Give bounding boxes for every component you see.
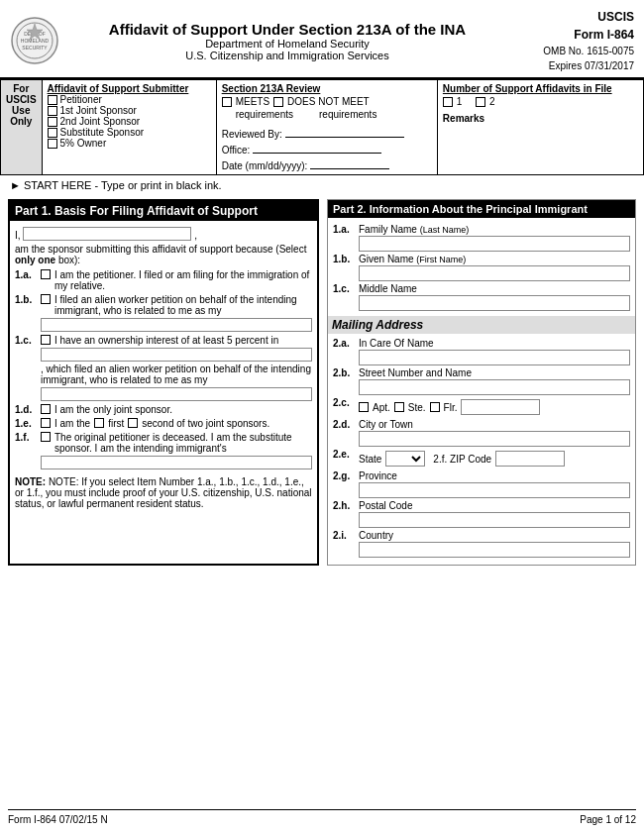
intro-line2: am the sponsor submitting this affidavit… xyxy=(15,244,312,265)
cb-1d xyxy=(41,404,51,414)
field-2h-content: Postal Code xyxy=(359,500,630,528)
date-field[interactable] xyxy=(310,156,389,169)
reviewed-by-row: Reviewed By: xyxy=(222,124,432,140)
field-2e-num: 2.e. xyxy=(333,449,355,460)
cb-1c xyxy=(41,335,51,345)
item-1b-num: 1.b. xyxy=(15,294,37,305)
field-2b-content: Street Number and Name xyxy=(359,367,630,395)
field-2h-num: 2.h. xyxy=(333,500,355,511)
review-cell: Section 213A Review MEETS DOES NOT MEET … xyxy=(216,80,437,175)
cb-num1 xyxy=(443,97,453,107)
cb-1e-first xyxy=(94,418,104,428)
field-2g-num: 2.g. xyxy=(333,470,355,481)
field-2d-label: City or Town xyxy=(359,419,630,430)
part2-column: Part 2. Information About the Principal … xyxy=(327,199,636,566)
cb-2nd xyxy=(48,117,57,127)
item-1e-text1: I am the xyxy=(54,418,90,429)
two-column-body: Part 1. Basis For Filing Affidavit of Su… xyxy=(0,195,644,570)
field-2b-num: 2.b. xyxy=(333,367,355,378)
state-label: State xyxy=(359,454,381,465)
field-2h: 2.h. Postal Code xyxy=(333,500,630,528)
field-2g: 2.g. Province xyxy=(333,470,630,498)
item-1c-input1[interactable] xyxy=(41,348,312,362)
cb-dnm xyxy=(273,97,283,107)
num-2-label: 2 xyxy=(489,96,495,107)
field-2d-content: City or Town xyxy=(359,419,630,447)
flr-label: Flr. xyxy=(444,402,458,413)
cb-1st xyxy=(48,106,57,116)
field-2d: 2.d. City or Town xyxy=(333,419,630,447)
field-2c-num: 2.c. xyxy=(333,397,355,408)
agency-label: USCIS Form I-864 xyxy=(515,8,634,44)
meets-label: MEETS xyxy=(236,96,269,107)
field-2a-num: 2.a. xyxy=(333,338,355,349)
admin-table: For USCIS Use Only Affidavit of Support … xyxy=(0,79,644,175)
part1-intro: I, , xyxy=(15,227,312,241)
item-1f-input[interactable] xyxy=(41,456,312,469)
number-header: Number of Support Affidavits in File xyxy=(443,83,638,94)
item-1f-text: The original petitioner is deceased. I a… xyxy=(54,432,312,454)
apt-label: Apt. xyxy=(373,402,390,413)
sponsor-name-input[interactable] xyxy=(23,227,191,241)
item-1b-input[interactable] xyxy=(41,318,312,332)
cb-1b xyxy=(41,294,51,304)
submitter-5pct: 5% Owner xyxy=(48,138,211,149)
office-field[interactable] xyxy=(253,140,381,154)
field-2f-label: 2.f. ZIP Code xyxy=(433,454,491,465)
field-2g-content: Province xyxy=(359,470,630,498)
country-input[interactable] xyxy=(359,542,630,558)
reviewed-by-label: Reviewed By: xyxy=(222,129,282,140)
field-2ef: 2.e. State 2.f. ZIP Code xyxy=(333,449,630,469)
family-name-input[interactable] xyxy=(359,236,630,252)
page-header: DEPT OF HOMELAND SECURITY Affidavit of S… xyxy=(0,0,644,79)
middle-name-input[interactable] xyxy=(359,295,630,311)
reviewed-by-field[interactable] xyxy=(285,124,404,138)
city-input[interactable] xyxy=(359,431,630,447)
field-1b: 1.b. Given Name (First Name) xyxy=(333,254,630,281)
part1-title: Part 1. Basis For Filing Affidavit of Su… xyxy=(10,201,317,221)
state-select[interactable] xyxy=(385,451,425,467)
province-input[interactable] xyxy=(359,482,630,498)
intro-i: I, xyxy=(15,230,21,241)
given-name-input[interactable] xyxy=(359,265,630,281)
item-1a-num: 1.a. xyxy=(15,269,37,280)
field-2ef-content: State 2.f. ZIP Code xyxy=(359,449,630,469)
field-1a-num: 1.a. xyxy=(333,224,355,235)
item-1e: 1.e. I am the first second of two joint … xyxy=(15,418,312,429)
zip-input[interactable] xyxy=(495,451,565,467)
subtitle2: U.S. Citizenship and Immigration Service… xyxy=(59,50,515,61)
apt-number-input[interactable] xyxy=(461,399,540,415)
cb-5pct xyxy=(48,139,57,149)
part1-note: NOTE: NOTE: If you select Item Number 1.… xyxy=(15,472,312,509)
item-1a-text: I am the petitioner. I filed or am filin… xyxy=(54,269,312,291)
field-2g-label: Province xyxy=(359,470,630,481)
dnm-sub: requirements xyxy=(319,109,376,120)
street-input[interactable] xyxy=(359,379,630,395)
use-label: Use xyxy=(6,105,37,116)
submitter-header-cell: Affidavit of Support Submitter Petitione… xyxy=(42,80,216,175)
cb-1a xyxy=(41,269,51,279)
submitter-sub: Substitute Sponsor xyxy=(48,127,211,138)
num-1-label: 1 xyxy=(457,96,463,107)
part1-column: Part 1. Basis For Filing Affidavit of Su… xyxy=(8,199,319,566)
item-1d-content: I am the only joint sponsor. xyxy=(41,404,312,415)
in-care-of-input[interactable] xyxy=(359,350,630,365)
item-1a: 1.a. I am the petitioner. I filed or am … xyxy=(15,269,312,291)
postal-code-input[interactable] xyxy=(359,512,630,528)
field-1c: 1.c. Middle Name xyxy=(333,283,630,311)
ste-label: Ste. xyxy=(408,402,426,413)
field-2b: 2.b. Street Number and Name xyxy=(333,367,630,395)
footer-left: Form I-864 07/02/15 N xyxy=(8,814,108,825)
footer-right: Page 1 of 12 xyxy=(580,814,636,825)
intro-comma: , xyxy=(194,230,197,241)
meets-sub: requirements xyxy=(236,109,293,120)
item-1c-input2[interactable] xyxy=(41,387,312,401)
field-1c-label: Middle Name xyxy=(359,283,630,294)
cb-flr xyxy=(430,402,440,412)
field-1a-content: Family Name (Last Name) xyxy=(359,224,630,252)
item-1f-content: The original petitioner is deceased. I a… xyxy=(41,432,312,469)
date-row: Date (mm/dd/yyyy): xyxy=(222,156,432,171)
start-here-text: START HERE - Type or print in black ink. xyxy=(24,179,222,191)
date-label: Date (mm/dd/yyyy): xyxy=(222,160,308,171)
field-2c-content: Apt. Ste. Flr. xyxy=(359,397,630,417)
